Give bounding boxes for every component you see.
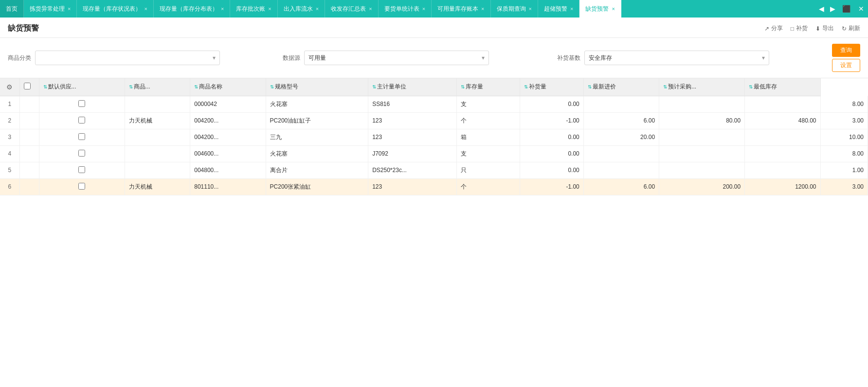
tab-batch-account[interactable]: 库存批次账× xyxy=(230,0,277,18)
column-header-product-code[interactable]: ⇅商品... xyxy=(125,78,190,96)
row-index-4: 5 xyxy=(0,162,19,178)
row-checkbox-1 xyxy=(39,112,125,129)
column-header-replenish[interactable]: ⇅补货量 xyxy=(520,78,583,96)
replenish-action[interactable]: □ 补货 xyxy=(791,24,808,33)
row-product-name-4: 离合片 xyxy=(266,162,368,178)
tab-prev-btn[interactable]: ◀ xyxy=(816,0,827,18)
row-gear-3 xyxy=(19,145,39,162)
row-stock-2: 0.00 xyxy=(520,129,583,145)
tab-close-overstock[interactable]: × xyxy=(570,6,573,12)
row-latest-price-1: 80.00 xyxy=(659,112,745,129)
settings-button[interactable]: 设置 xyxy=(832,59,860,72)
tab-actions: ◀ ▶ ⬛ ✕ xyxy=(816,0,868,18)
data-table: ⚙ ⇅默认供应... ⇅商品... ⇅商品名称 ⇅规格型号 xyxy=(0,78,868,195)
gear-icon[interactable]: ⚙ xyxy=(6,83,13,91)
table-row: 5 004800... 离合片 DS250*23c... 只 0.00 1.00 xyxy=(0,162,868,178)
tab-exception[interactable]: 拣货异常处理× xyxy=(24,0,77,18)
tab-label-available-ledger: 可用量库存账本 xyxy=(437,5,478,13)
row-index-2: 3 xyxy=(0,129,19,145)
row-product-name-3: 火花塞 xyxy=(266,145,368,162)
export-action[interactable]: ⬇ 导出 xyxy=(815,24,834,33)
column-header-product-name[interactable]: ⇅商品名称 xyxy=(190,78,266,96)
sort-icon-unit: ⇅ xyxy=(372,84,376,89)
tab-close-all-btn[interactable]: ✕ xyxy=(854,0,868,18)
row-unit-2: 箱 xyxy=(456,129,520,145)
column-header-unit[interactable]: ⇅主计量单位 xyxy=(368,78,457,96)
share-icon: ↗ xyxy=(764,25,769,32)
row-select-1[interactable] xyxy=(78,117,85,123)
datasource-select[interactable]: 可用量 ▾ xyxy=(304,51,489,65)
row-replenish-0 xyxy=(583,96,659,112)
row-latest-price-2 xyxy=(659,129,745,145)
row-gear-5 xyxy=(19,178,39,195)
tab-close-recv-summary[interactable]: × xyxy=(369,6,372,12)
row-select-2[interactable] xyxy=(78,133,85,140)
row-product-name-2: 三九 xyxy=(266,129,368,145)
tab-expiry-query[interactable]: 保质期查询× xyxy=(491,0,538,18)
tab-label-inout-flow: 出入库流水 xyxy=(284,5,313,13)
row-select-3[interactable] xyxy=(78,150,85,157)
row-min-stock-4: 1.00 xyxy=(820,162,868,178)
sort-icon-replenish: ⇅ xyxy=(524,84,528,89)
row-stock-5: -1.00 xyxy=(520,178,583,195)
row-gear-0 xyxy=(19,96,39,112)
tab-close-expiry-query[interactable]: × xyxy=(529,6,532,12)
tab-restore-btn[interactable]: ⬛ xyxy=(838,0,854,18)
tab-close-inventory-dist[interactable]: × xyxy=(221,6,224,12)
tab-close-available-ledger[interactable]: × xyxy=(481,6,484,12)
select-all-checkbox[interactable] xyxy=(24,83,31,89)
row-min-stock-3: 8.00 xyxy=(820,145,868,162)
tab-available-ledger[interactable]: 可用量库存账本× xyxy=(432,0,490,18)
tab-close-batch-account[interactable]: × xyxy=(268,6,271,12)
row-supplier-2 xyxy=(125,129,190,145)
column-header-gear[interactable]: ⚙ xyxy=(0,78,19,96)
tab-close-inout-flow[interactable]: × xyxy=(316,6,319,12)
column-header-spec[interactable]: ⇅规格型号 xyxy=(266,78,368,96)
tab-req-stats[interactable]: 要货单统计表× xyxy=(379,0,432,18)
replenish-base-filter-group: 补货基数 安全库存 ▾ xyxy=(557,51,824,65)
table-header-row: ⚙ ⇅默认供应... ⇅商品... ⇅商品名称 ⇅规格型号 xyxy=(0,78,868,96)
row-replenish-2: 20.00 xyxy=(583,129,659,145)
tab-recv-summary[interactable]: 收发存汇总表× xyxy=(325,0,378,18)
tab-inout-flow[interactable]: 出入库流水× xyxy=(278,0,325,18)
column-header-stock[interactable]: ⇅库存量 xyxy=(456,78,520,96)
query-button[interactable]: 查询 xyxy=(832,44,860,57)
tab-next-btn[interactable]: ▶ xyxy=(827,0,838,18)
row-replenish-5: 6.00 xyxy=(583,178,659,195)
row-supplier-0 xyxy=(125,96,190,112)
category-select[interactable]: ▾ xyxy=(35,51,220,65)
column-header-supplier[interactable]: ⇅默认供应... xyxy=(39,78,125,96)
row-min-stock-0: 8.00 xyxy=(820,96,868,112)
tab-inventory-status[interactable]: 现存量（库存状况表）× xyxy=(77,0,153,18)
tab-label-inventory-dist: 现存量（库存分布表） xyxy=(160,5,218,13)
tab-bar: 首页拣货异常处理×现存量（库存状况表）×现存量（库存分布表）×库存批次账×出入库… xyxy=(0,0,868,18)
row-select-0[interactable] xyxy=(78,100,85,107)
tab-home[interactable]: 首页 xyxy=(0,0,24,18)
column-header-est-purchase[interactable]: ⇅预计采购... xyxy=(659,78,745,96)
row-select-5[interactable] xyxy=(78,183,85,190)
refresh-action[interactable]: ↻ 刷新 xyxy=(842,24,860,33)
tab-inventory-dist[interactable]: 现存量（库存分布表）× xyxy=(154,0,230,18)
column-header-min-stock[interactable]: ⇅最低库存 xyxy=(745,78,820,96)
tab-close-req-stats[interactable]: × xyxy=(422,6,425,12)
row-index-1: 2 xyxy=(0,112,19,129)
tab-close-shortage[interactable]: × xyxy=(612,6,615,12)
tab-close-exception[interactable]: × xyxy=(68,6,71,12)
tab-shortage[interactable]: 缺货预警× xyxy=(579,0,621,18)
row-replenish-1: 6.00 xyxy=(583,112,659,129)
export-icon: ⬇ xyxy=(815,25,820,32)
row-select-4[interactable] xyxy=(78,166,85,173)
row-unit-1: 个 xyxy=(456,112,520,129)
row-gear-1 xyxy=(19,112,39,129)
tab-close-inventory-status[interactable]: × xyxy=(144,6,147,12)
tab-overstock[interactable]: 超储预警× xyxy=(538,0,579,18)
row-supplier-3 xyxy=(125,145,190,162)
row-gear-4 xyxy=(19,162,39,178)
row-checkbox-4 xyxy=(39,162,125,178)
replenish-base-select[interactable]: 安全库存 ▾ xyxy=(584,51,769,65)
share-action[interactable]: ↗ 分享 xyxy=(764,24,783,33)
column-header-latest-price[interactable]: ⇅最新进价 xyxy=(583,78,659,96)
tab-label-exception: 拣货异常处理 xyxy=(30,5,65,13)
header-actions: ↗ 分享 □ 补货 ⬇ 导出 ↻ 刷新 xyxy=(764,24,860,33)
tab-label-overstock: 超储预警 xyxy=(544,5,567,13)
